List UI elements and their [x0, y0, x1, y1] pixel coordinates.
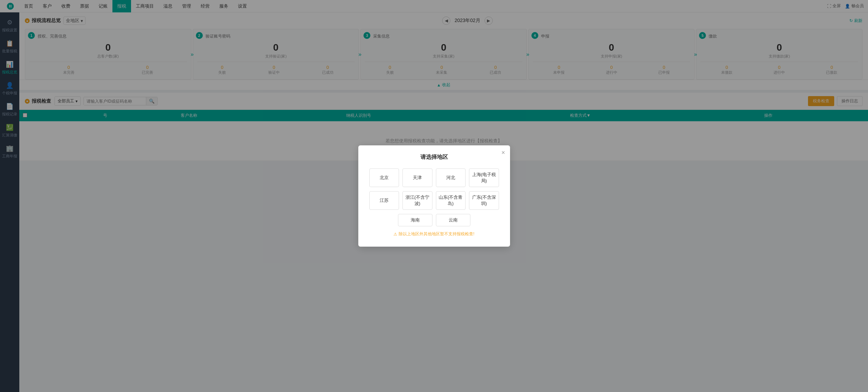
region-btn-tianjin[interactable]: 天津	[402, 168, 432, 187]
region-row-3: 海南 云南	[369, 214, 499, 226]
warning-icon: ⚠	[393, 232, 397, 237]
region-btn-hainan[interactable]: 海南	[398, 214, 432, 226]
region-btn-shanghai[interactable]: 上海(电子税局)	[469, 168, 499, 187]
modal-warning: ⚠ 除以上地区外其他地区暂不支持报税检查!	[369, 231, 499, 237]
region-btn-hebei[interactable]: 河北	[436, 168, 466, 187]
region-btn-shandong[interactable]: 山东(不含青岛)	[436, 191, 466, 210]
region-btn-beijing[interactable]: 北京	[369, 168, 399, 187]
region-select-modal: × 请选择地区 北京 天津 河北 上海(电子税局) 江苏 浙江(不含宁波) 山东…	[358, 145, 510, 247]
region-row-2: 江苏 浙江(不含宁波) 山东(不含青岛) 广东(不含深圳)	[369, 191, 499, 210]
modal-overlay: × 请选择地区 北京 天津 河北 上海(电子税局) 江苏 浙江(不含宁波) 山东…	[0, 0, 868, 392]
region-btn-yunnan[interactable]: 云南	[436, 214, 470, 226]
modal-close-btn[interactable]: ×	[501, 149, 505, 156]
region-btn-zhejiang[interactable]: 浙江(不含宁波)	[402, 191, 432, 210]
region-btn-jiangsu[interactable]: 江苏	[369, 191, 399, 210]
region-row-1: 北京 天津 河北 上海(电子税局)	[369, 168, 499, 187]
modal-title: 请选择地区	[369, 154, 499, 161]
region-btn-guangdong[interactable]: 广东(不含深圳)	[469, 191, 499, 210]
warning-text: 除以上地区外其他地区暂不支持报税检查!	[399, 231, 474, 237]
